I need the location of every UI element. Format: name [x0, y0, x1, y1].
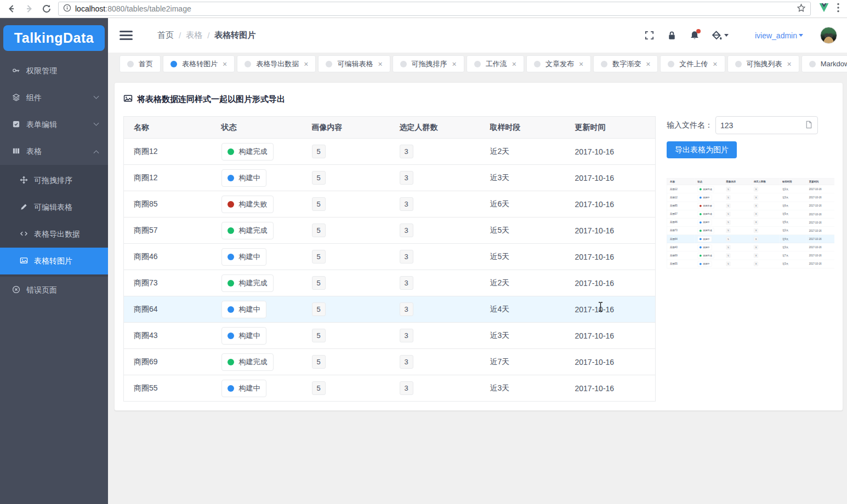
tab-可拖拽列表[interactable]: 可拖拽列表 [727, 55, 799, 72]
table-wrap: 名称状态画像内容选定人群数取样时段更新时间商圈12构建完成53近2天2017-1… [123, 116, 656, 402]
user-menu[interactable]: iview_admin [755, 31, 803, 40]
vue-devtools-icon[interactable] [818, 3, 829, 15]
tab-dot-icon [127, 61, 134, 67]
status-badge: 构建完成 [221, 222, 274, 239]
tab-label: 首页 [139, 59, 153, 69]
bookmark-star-icon[interactable] [797, 3, 806, 15]
cell-name: 商圈64 [124, 296, 212, 323]
tab-表格导出数据[interactable]: 表格导出数据 [237, 55, 316, 72]
reload-icon[interactable] [41, 3, 53, 15]
status-dot-icon [228, 148, 234, 155]
cell-name: 商圈69 [124, 349, 212, 375]
forward-icon[interactable] [23, 3, 35, 15]
notification-bell-icon[interactable] [688, 29, 701, 42]
url-text[interactable]: localhost:8080/tables/table2image [75, 4, 793, 13]
sidebar-item-components[interactable]: 组件 [0, 84, 108, 111]
tab-close-icon[interactable] [452, 60, 457, 68]
lock-icon[interactable] [666, 29, 679, 42]
username: iview_admin [755, 31, 797, 40]
hamburger-menu-icon[interactable] [120, 31, 133, 40]
cell-period: 近2天 [480, 270, 565, 296]
cell-groups: 3 [390, 165, 480, 191]
cell-updated: 2017-10-16 [565, 191, 656, 217]
fullscreen-icon[interactable] [643, 29, 656, 42]
sidebar-item-error-page[interactable]: 错误页面 [0, 277, 108, 303]
tab-close-icon[interactable] [579, 60, 583, 68]
tab-数字渐变[interactable]: 数字渐变 [593, 55, 658, 72]
cell-period: 近2天 [779, 226, 806, 234]
sidebar-subitem-table-export[interactable]: 表格导出数据 [0, 221, 108, 248]
avatar[interactable] [820, 27, 837, 44]
cell-status: 构建中 [695, 218, 723, 226]
column-header: 名称 [667, 178, 694, 185]
tab-close-icon[interactable] [304, 60, 308, 68]
sidebar-item-form-edit[interactable]: 表单编辑 [0, 111, 108, 138]
tab-首页[interactable]: 首页 [120, 55, 161, 72]
cell-updated: 2017-10-16 [806, 226, 834, 234]
tab-close-icon[interactable] [646, 60, 650, 68]
groups-count-tag: 3 [754, 262, 758, 266]
layers-icon [12, 93, 20, 103]
tab-close-icon[interactable] [223, 60, 227, 68]
tab-文件上传[interactable]: 文件上传 [660, 55, 725, 72]
tab-dot-icon [809, 61, 816, 67]
card-title: 将表格数据连同样式一起以图片形式导出 [137, 94, 285, 105]
column-header: 取样时段 [779, 178, 806, 185]
tab-label: 数字渐变 [612, 59, 641, 69]
status-badge: 构建完成 [697, 253, 714, 258]
tab-可编辑表格[interactable]: 可编辑表格 [318, 55, 390, 72]
status-dot-icon [228, 280, 234, 287]
status-label: 构建失败 [703, 204, 712, 208]
sidebar-item-tables[interactable]: 表格 [0, 138, 108, 165]
status-dot-icon [228, 385, 234, 392]
status-label: 构建中 [239, 331, 260, 341]
status-dot-icon [700, 230, 702, 232]
sidebar-item-auth[interactable]: 权限管理 [0, 58, 108, 84]
image-icon [20, 256, 28, 266]
caret-down-icon [724, 34, 729, 37]
table-row: 商圈12构建中53近3天2017-10-16 [667, 193, 834, 202]
info-icon[interactable] [63, 4, 71, 14]
notification-badge [696, 29, 701, 33]
tab-工作流[interactable]: 工作流 [467, 55, 524, 72]
back-icon[interactable] [5, 3, 18, 15]
export-button[interactable]: 导出表格为图片 [667, 141, 737, 158]
sidebar-subitem-drag-sort[interactable]: 可拖拽排序 [0, 167, 108, 194]
address-bar[interactable]: localhost:8080/tables/table2image [58, 2, 811, 16]
sidebar-item-label: 组件 [26, 93, 42, 103]
cell-status: 构建完成 [212, 139, 302, 165]
tab-close-icon[interactable] [787, 60, 792, 68]
cell-groups: 3 [751, 193, 779, 202]
browser-menu-icon[interactable] [837, 3, 839, 15]
tab-close-icon[interactable] [713, 60, 717, 68]
chevron-up-icon [94, 150, 99, 156]
sidebar-subitem-table2image[interactable]: 表格转图片 [0, 248, 108, 274]
sidebar-subitem-editable-table[interactable]: 可编辑表格 [0, 194, 108, 221]
sidebar-item-label: 表格 [26, 147, 42, 157]
tab-文章发布[interactable]: 文章发布 [526, 55, 591, 72]
table-row: 商圈69构建完成53近7天2017-10-16 [667, 251, 834, 260]
cell-name: 商圈12 [124, 139, 212, 165]
groups-count-tag: 3 [400, 224, 413, 237]
portrait-count-tag: 5 [312, 171, 326, 185]
cell-status: 构建中 [695, 260, 723, 268]
theme-icon[interactable] [710, 29, 730, 42]
tab-close-icon[interactable] [512, 60, 516, 68]
tab-label: 表格导出数据 [256, 59, 299, 69]
tab-Markdown编辑器[interactable]: Markdown编辑器 [801, 55, 847, 72]
tab-dot-icon [474, 61, 481, 67]
status-label: 构建中 [703, 221, 709, 224]
status-badge: 构建完成 [697, 228, 714, 233]
table-row: 商圈12构建中53近3天2017-10-16 [124, 165, 656, 191]
tab-close-icon[interactable] [378, 60, 382, 68]
table-row: 商圈64构建中53近4天2017-10-16 [124, 296, 656, 323]
chevron-down-icon [94, 121, 99, 126]
groups-count-tag: 3 [754, 237, 758, 241]
tab-label: Markdown编辑器 [821, 59, 847, 69]
filename-input[interactable] [720, 121, 805, 130]
breadcrumb-tables[interactable]: 表格 [186, 30, 202, 41]
tab-可拖拽排序[interactable]: 可拖拽排序 [393, 55, 464, 72]
table-row: 商圈57构建完成53近5天2017-10-16 [667, 210, 834, 218]
breadcrumb-home[interactable]: 首页 [157, 30, 174, 41]
tab-表格转图片[interactable]: 表格转图片 [163, 55, 235, 72]
